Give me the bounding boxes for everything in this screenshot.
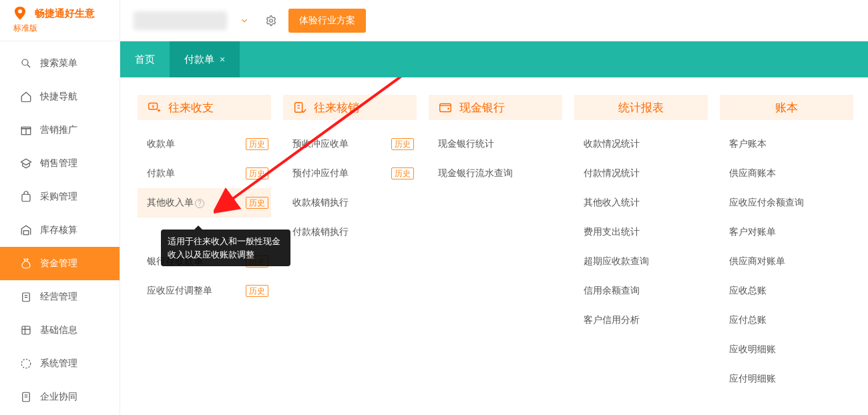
menu-item-payment[interactable]: 付款单 历史 — [138, 159, 271, 188]
menu-item-label: 预收冲应收单 — [292, 138, 349, 150]
category-columns: ¥ 往来收支 收款单 历史 付款单 历史 其他收入单? 历史 — [138, 95, 856, 394]
grid-icon — [20, 324, 32, 336]
menu-item-other-income-stats[interactable]: 其他收入统计 — [574, 188, 708, 218]
item-list-writeoff: 预收冲应收单 历史 预付冲应付单 历史 收款核销执行 付款核销执行 — [283, 129, 417, 247]
sidebar-item-marketing[interactable]: 营销推广 — [0, 113, 120, 147]
category-header-ledgers: 账本 — [720, 95, 853, 120]
menu-item-ar-ap-balance[interactable]: 应收应付余额查询 — [720, 188, 853, 218]
category-title: 账本 — [775, 100, 798, 115]
sidebar-item-label: 企业协同 — [40, 391, 77, 403]
tab-home[interactable]: 首页 — [120, 41, 170, 77]
menu-item-label: 应收明细账 — [729, 344, 776, 356]
svg-point-27 — [447, 107, 449, 109]
history-badge[interactable]: 历史 — [246, 197, 268, 209]
menu-item-label: 应付总账 — [729, 314, 767, 326]
sidebar-item-inventory[interactable]: 库存核算 — [0, 214, 120, 247]
history-badge[interactable]: 历史 — [246, 138, 268, 150]
menu-item-cashbank-flow[interactable]: 现金银行流水查询 — [429, 159, 562, 188]
experience-industry-button[interactable]: 体验行业方案 — [288, 9, 366, 33]
history-badge[interactable]: 历史 — [391, 167, 414, 179]
sidebar-item-operation[interactable]: 经营管理 — [0, 280, 120, 314]
menu-item-label: 应付明细账 — [729, 373, 776, 385]
sidebar-item-label: 基础信息 — [40, 324, 77, 336]
menu-item-prepay-ar[interactable]: 预收冲应收单 历史 — [283, 129, 417, 159]
sidebar-item-label: 快捷导航 — [40, 91, 77, 103]
category-title: 统计报表 — [618, 100, 664, 115]
history-badge[interactable]: 历史 — [246, 167, 268, 179]
item-list-cashbank: 现金银行统计 现金银行流水查询 — [429, 129, 562, 188]
menu-item-customer-credit[interactable]: 客户信用分析 — [574, 306, 708, 335]
tab-payment-order[interactable]: 付款单 × — [170, 41, 240, 77]
brand-title: 畅捷通好生意 — [35, 7, 95, 19]
svg-point-15 — [21, 359, 31, 368]
org-name-redacted — [134, 11, 227, 30]
menu-item-label: 其他收入统计 — [584, 197, 640, 209]
menu-item-ar-ap-adjust[interactable]: 应收应付调整单 历史 — [138, 276, 271, 306]
category-title: 现金银行 — [459, 100, 505, 115]
sidebar-item-system[interactable]: 系统管理 — [0, 347, 120, 380]
menu-item-prepay-ap[interactable]: 预付冲应付单 历史 — [283, 159, 417, 188]
svg-text:¥: ¥ — [152, 103, 155, 109]
sidebar-item-label: 系统管理 — [40, 358, 77, 370]
svg-rect-26 — [440, 104, 451, 112]
category-col-reports: 统计报表 收款情况统计 付款情况统计 其他收入统计 费用支出统计 超期应收款查询… — [574, 95, 708, 335]
sidebar-item-purchase[interactable]: 采购管理 — [0, 180, 120, 214]
menu-item-label: 应收应付余额查询 — [729, 197, 804, 209]
sidebar-item-quick-nav[interactable]: 快捷导航 — [0, 80, 120, 113]
sidebar-item-sales[interactable]: 销售管理 — [0, 147, 120, 180]
help-icon[interactable]: ? — [195, 199, 204, 208]
category-col-ledgers: 账本 客户账本 供应商账本 应收应付余额查询 客户对账单 供应商对账单 应收总账… — [720, 95, 853, 394]
sidebar-item-collab[interactable]: 企业协同 — [0, 380, 120, 414]
menu-item-payment-writeoff[interactable]: 付款核销执行 — [283, 218, 417, 247]
menu-item-customer-ledger[interactable]: 客户账本 — [720, 129, 853, 159]
menu-item-label: 收款单 — [147, 138, 175, 150]
menu-item-customer-statement[interactable]: 客户对账单 — [720, 218, 853, 247]
warehouse-icon — [20, 224, 32, 236]
menu-item-label: 超期应收款查询 — [584, 256, 649, 268]
sidebar-item-label: 营销推广 — [40, 124, 77, 136]
category-col-transactions: ¥ 往来收支 收款单 历史 付款单 历史 其他收入单? 历史 — [138, 95, 271, 306]
sidebar-item-funds[interactable]: 资金管理 — [0, 247, 120, 280]
org-dropdown-button[interactable] — [235, 11, 254, 30]
history-badge[interactable]: 历史 — [246, 285, 268, 297]
menu-item-label: 付款单 — [147, 167, 175, 179]
menu-item-overdue-ar[interactable]: 超期应收款查询 — [574, 247, 708, 276]
menu-item-label: 付款核销执行 — [292, 226, 349, 238]
menu-item-ar-general-ledger[interactable]: 应收总账 — [720, 276, 853, 306]
settings-button[interactable] — [262, 11, 280, 30]
wallet-icon — [438, 100, 453, 115]
writeoff-icon — [292, 100, 307, 115]
menu-item-receipt-stats[interactable]: 收款情况统计 — [574, 129, 708, 159]
item-list-reports: 收款情况统计 付款情况统计 其他收入统计 费用支出统计 超期应收款查询 信用余额… — [574, 129, 708, 335]
menu-item-label: 供应商对账单 — [729, 256, 785, 268]
menu-item-expense-stats[interactable]: 费用支出统计 — [574, 218, 708, 247]
svg-point-19 — [270, 19, 273, 22]
menu-item-cashbank-stats[interactable]: 现金银行统计 — [429, 129, 562, 159]
sidebar-item-search-menu[interactable]: 搜索菜单 — [0, 47, 120, 80]
side-nav: 搜索菜单 快捷导航 营销推广 销售管理 采购管理 库存核算 资金管理 经营管理 — [0, 41, 120, 414]
sidebar-item-basic-info[interactable]: 基础信息 — [0, 314, 120, 347]
sales-icon — [20, 157, 32, 169]
svg-rect-12 — [22, 326, 30, 334]
menu-item-ap-detail-ledger[interactable]: 应付明细账 — [720, 364, 853, 394]
sidebar-item-label: 采购管理 — [40, 191, 77, 203]
document-icon — [20, 391, 32, 403]
history-badge[interactable]: 历史 — [391, 138, 414, 150]
menu-item-payment-stats[interactable]: 付款情况统计 — [574, 159, 708, 188]
category-header-transactions: ¥ 往来收支 — [138, 95, 271, 120]
menu-item-label: 客户账本 — [729, 138, 767, 150]
cash-flow-icon: ¥ — [147, 100, 162, 115]
menu-item-label: 客户对账单 — [729, 226, 776, 238]
menu-item-supplier-statement[interactable]: 供应商对账单 — [720, 247, 853, 276]
close-icon[interactable]: × — [220, 54, 225, 65]
menu-item-ap-general-ledger[interactable]: 应付总账 — [720, 306, 853, 335]
menu-item-receipt[interactable]: 收款单 历史 — [138, 129, 271, 159]
menu-item-other-income[interactable]: 其他收入单? 历史 — [138, 188, 271, 218]
menu-item-receipt-writeoff[interactable]: 收款核销执行 — [283, 188, 417, 218]
search-icon — [20, 57, 32, 69]
category-title: 往来收支 — [168, 100, 214, 115]
svg-rect-7 — [22, 194, 30, 201]
menu-item-supplier-ledger[interactable]: 供应商账本 — [720, 159, 853, 188]
menu-item-credit-balance[interactable]: 信用余额查询 — [574, 276, 708, 306]
menu-item-ar-detail-ledger[interactable]: 应收明细账 — [720, 335, 853, 364]
